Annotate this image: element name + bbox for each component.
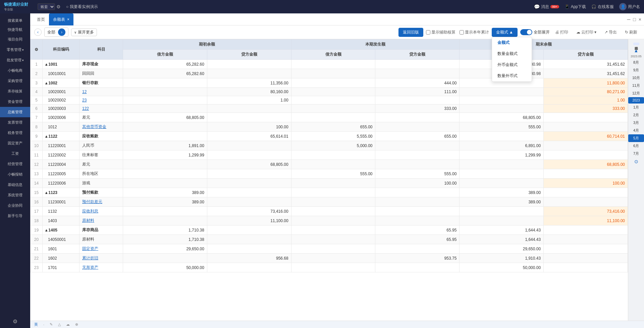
show-ytd-check[interactable]: 显示本年累计	[460, 29, 489, 35]
sidebar-item-management[interactable]: 经营管理	[0, 159, 30, 169]
online-support[interactable]: 🎧 在线客服	[591, 4, 614, 10]
notifications[interactable]: 💬 消息 99+	[534, 4, 559, 10]
expand-more[interactable]: ∨ 展开更多	[71, 28, 97, 36]
settings-header[interactable]: ⚙	[31, 40, 43, 60]
minimize-icon[interactable]: ─	[627, 17, 630, 22]
status-icon-4[interactable]: ⊕	[75, 322, 78, 327]
panel-nav-up[interactable]: ▲	[633, 47, 639, 54]
toggle-expand-all[interactable]: 全部展开	[520, 29, 550, 35]
account-name[interactable]: 原材料	[79, 216, 123, 225]
table-row[interactable]: 4100200011280,160.00111.0080,271.00	[31, 88, 628, 96]
export-btn[interactable]: ↗ 导出	[602, 28, 620, 37]
month-8[interactable]: 8月	[628, 59, 644, 66]
sidebar-item-newbie[interactable]: 新手引导	[0, 211, 30, 221]
user-avatar[interactable]: 👤 用户名	[619, 3, 640, 10]
month-7[interactable]: 7月	[628, 150, 644, 157]
nav-back[interactable]: ‹	[34, 28, 42, 36]
filter-all[interactable]: 全部 ›	[44, 27, 68, 37]
table-row[interactable]: 510020002231.001.00	[31, 96, 628, 105]
refresh-btn[interactable]: ↻ 刷新	[622, 28, 640, 37]
settings-icon[interactable]: ⚙	[56, 4, 61, 9]
account-selector[interactable]: 账套	[38, 3, 55, 10]
table-row[interactable]: 610020003122333.00333.00	[31, 105, 628, 113]
sidebar-item-assets[interactable]: 固定资产	[0, 138, 30, 148]
table-row[interactable]: 1311220005所在地区555.00555.00	[31, 169, 628, 179]
format-btn[interactable]: 金额式 ▲	[492, 28, 518, 37]
account-name[interactable]: 无形资产	[79, 263, 123, 272]
sidebar-item-expense[interactable]: 小畅报销	[0, 169, 30, 180]
status-icon-3[interactable]: ☁	[66, 322, 70, 327]
tab-home[interactable]: 首页	[33, 13, 49, 25]
maximize-icon[interactable]: □	[633, 17, 636, 22]
status-icon-2[interactable]: △	[58, 322, 61, 327]
dropdown-item-quantity-amount[interactable]: 数量金额式	[492, 48, 532, 59]
table-row[interactable]: 15▴ 1123预付账款389.00389.00	[31, 188, 628, 197]
sidebar-item-project[interactable]: 项目合同	[0, 34, 30, 45]
table-row[interactable]: 181403原材料11,100.0011,100.00	[31, 216, 628, 225]
table-row[interactable]: 1▴ 1001库存现金65,282.6033,830.9831,451.62	[31, 60, 628, 69]
sidebar-quick-nav[interactable]: 快捷导航	[0, 25, 30, 34]
app-download[interactable]: 📱 App下载	[565, 4, 586, 10]
table-row[interactable]: 221602累计折旧956.68953.751,910.43	[31, 254, 628, 263]
table-row[interactable]: 211601固定资产29,650.0029,650.00	[31, 244, 628, 254]
sidebar-item-system[interactable]: 系统管理	[0, 190, 30, 200]
month-9[interactable]: 9月	[628, 66, 644, 74]
sidebar-item-retail[interactable]: 零售管理▾	[0, 45, 30, 55]
period-select-label[interactable]: 期间选择	[633, 43, 639, 45]
account-name[interactable]: 12	[79, 88, 123, 96]
sidebar-item-invoice[interactable]: 发票管理	[0, 117, 30, 128]
status-icon-1[interactable]: ✎	[50, 322, 53, 327]
tab-balance-sheet[interactable]: 余额表 ×	[49, 13, 73, 25]
sidebar-item-purchase[interactable]: 采购管理	[0, 76, 30, 86]
month-4[interactable]: 4月	[628, 127, 644, 134]
demo-link[interactable]: ○ 我要看实例演示	[66, 4, 98, 10]
account-name[interactable]: 其他货币资金	[79, 122, 123, 132]
sidebar-item-basic-info[interactable]: 基础信息	[0, 180, 30, 190]
panel-expand-icon[interactable]: ⊙	[634, 159, 638, 164]
tab-close-icon[interactable]: ×	[67, 13, 69, 25]
print-btn[interactable]: 🖨 打印	[552, 28, 571, 37]
table-row[interactable]: 1111220002往来标签1,299.991,299.99	[31, 150, 628, 160]
dropdown-item-amount[interactable]: 金额式	[492, 37, 532, 48]
table-row[interactable]: 2014050001原材料1,710.3865.951,644.43	[31, 235, 628, 244]
table-row[interactable]: 81012其他货币资金100.00655.00555.00	[31, 122, 628, 132]
month-3[interactable]: 3月	[628, 119, 644, 127]
sidebar-item-collab[interactable]: 企业协同	[0, 200, 30, 211]
table-row[interactable]: 710020006差元68,805.0068,805.00	[31, 113, 628, 122]
table-row[interactable]: 19▴ 1405库存商品1,710.3865.951,644.43	[31, 225, 628, 235]
month-2[interactable]: 2月	[628, 111, 644, 119]
nav-forward-icon[interactable]: ›	[58, 28, 65, 36]
table-row[interactable]: 231701无形资产50,000.0050,000.00	[31, 263, 628, 272]
account-name[interactable]: 23	[79, 96, 123, 105]
table-row[interactable]: 3▴ 1002银行存款11,356.00444.0011,800.00	[31, 78, 628, 88]
account-name[interactable]: 累计折旧	[79, 254, 123, 263]
account-name[interactable]: 固定资产	[79, 244, 123, 254]
sidebar-gear-icon[interactable]: ⚙	[13, 319, 17, 324]
dropdown-item-quantity-foreign[interactable]: 数量外币式	[492, 70, 532, 81]
table-row[interactable]: 210010001回回回65,282.6033,830.9831,451.62	[31, 69, 628, 78]
month-6[interactable]: 6月	[628, 142, 644, 150]
sidebar-item-capital[interactable]: 资金管理	[0, 96, 30, 107]
table-row[interactable]: 9▴ 1122应收账款65,614.015,555.00655.0060,714…	[31, 132, 628, 141]
sidebar-item-inventory[interactable]: 库存核算	[0, 86, 30, 96]
month-5[interactable]: 5月	[628, 134, 644, 142]
account-name[interactable]: 应收利息	[79, 207, 123, 216]
sidebar-item-ecommerce[interactable]: 小畅电商	[0, 65, 30, 76]
table-row[interactable]: 1011220001人民币1,891.005,000.006,891.00	[31, 141, 628, 150]
month-10[interactable]: 10月	[628, 74, 644, 82]
sidebar-search[interactable]: 搜索菜单	[0, 16, 30, 25]
sidebar-item-payroll[interactable]: 工资	[0, 148, 30, 159]
sidebar-item-ledger[interactable]: 总账管理	[0, 107, 30, 117]
sidebar-item-wholesale[interactable]: 批发管理▾	[0, 55, 30, 65]
cloud-print-btn[interactable]: ☁ 云打印 ▾	[574, 28, 599, 37]
account-name[interactable]: 预付款差元	[79, 197, 123, 207]
return-old-btn[interactable]: 返回旧版	[398, 28, 423, 37]
table-row[interactable]: 1211220004差元68,805.0068,805.00	[31, 160, 628, 169]
table-row[interactable]: 1611230001预付款差元389.00389.00	[31, 197, 628, 207]
sidebar-item-tax[interactable]: 税务管理	[0, 128, 30, 138]
month-1[interactable]: 1月	[628, 104, 644, 111]
table-row[interactable]: 1411220006游戏100.00100.00	[31, 179, 628, 188]
close-icon[interactable]: ×	[639, 17, 641, 22]
month-12[interactable]: 12月	[628, 89, 644, 97]
month-11[interactable]: 11月	[628, 82, 644, 89]
